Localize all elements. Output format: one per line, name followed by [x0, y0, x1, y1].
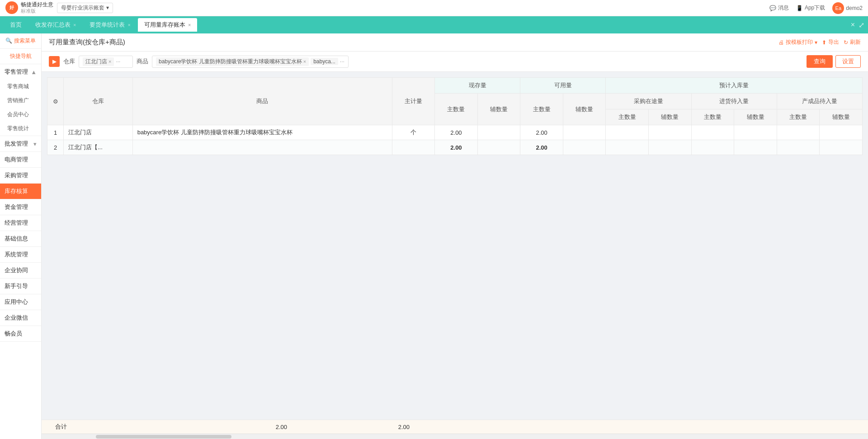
sidebar-section-purchase: 采购管理 [0, 168, 41, 184]
app-download-btn[interactable]: 📱 App下载 [796, 4, 825, 12]
warehouse-tag: 江北门店 × [83, 57, 114, 66]
row1-current-aux [477, 125, 520, 140]
sidebar-item-marketing[interactable]: 营销推广 [0, 94, 41, 108]
tab-receive-summary-close[interactable]: × [73, 22, 76, 28]
export-icon: ⬆ [822, 39, 826, 46]
sidebar-section-member-title[interactable]: 畅会员 [0, 326, 41, 341]
maximize-btn[interactable]: ⤢ [859, 21, 864, 29]
logo: 好 畅捷通好生意 标准版 [5, 1, 53, 14]
sidebar-section-purchase-title[interactable]: 采购管理 [0, 168, 41, 183]
tab-home-label: 首页 [10, 21, 22, 29]
sidebar-section-ecommerce: 电商管理 [0, 152, 41, 168]
tab-available-inventory-close[interactable]: × [188, 22, 191, 28]
th-available-main: 主数量 [520, 94, 563, 125]
close-all-tabs-btn[interactable]: × [851, 21, 855, 29]
top-bar-left: 好 畅捷通好生意 标准版 母婴行业演示账套 ▾ [5, 1, 113, 14]
warehouse-tag-remove[interactable]: × [108, 59, 111, 64]
table-row: 1 江北门店 babycare学饮杯 儿童防摔防撞吸管杯重力球吸嘴杯宝宝水杯 个… [47, 125, 863, 140]
footer-current-main: 2.00 [251, 424, 312, 430]
row2-current-aux [477, 140, 520, 155]
footer-available-main: 2.00 [373, 424, 435, 430]
row2-available-aux [563, 140, 606, 155]
refresh-icon: ↻ [844, 39, 848, 46]
row1-current-main: 2.00 [435, 125, 478, 140]
row2-pt-aux [649, 140, 692, 155]
sidebar-quick-nav-label: 快捷导航 [10, 53, 32, 59]
scroll-thumb[interactable] [96, 435, 231, 439]
th-production-pending: 产成品待入量 [777, 94, 862, 109]
scroll-bar[interactable] [42, 434, 868, 439]
table-footer: 合计 2.00 2.00 [42, 420, 868, 434]
sidebar-section-purchase-label: 采购管理 [5, 171, 28, 179]
message-label: 消息 [778, 4, 789, 12]
sidebar-item-retail-mall[interactable]: 零售商城 [0, 80, 41, 94]
row2-pp-aux [734, 140, 777, 155]
sidebar-section-finance-title[interactable]: 资金管理 [0, 199, 41, 215]
sidebar-section-newbie-title[interactable]: 新手引导 [0, 279, 41, 294]
filter-btn-group: 查询 设置 [807, 55, 861, 68]
setting-button[interactable]: 设置 [835, 55, 861, 68]
footer-label: 合计 [46, 423, 67, 431]
sidebar-section-operations-title[interactable]: 经营管理 [0, 215, 41, 231]
user-menu[interactable]: Ea demo2 [832, 2, 863, 14]
row2-prod-main [777, 140, 820, 155]
nav-tabs-right: × ⤢ [851, 21, 864, 29]
tab-home[interactable]: 首页 [4, 18, 28, 32]
app-download-label: App下载 [805, 4, 825, 12]
app-icon: 📱 [796, 5, 803, 11]
sidebar-section-app-center-title[interactable]: 应用中心 [0, 294, 41, 310]
sidebar-section-inventory-title[interactable]: 库存核算 [0, 184, 41, 199]
th-purchase-transit-main: 主数量 [606, 109, 649, 125]
sidebar: 🔍 搜索菜单 快捷导航 零售管理 ▲ 零售商城 营销推广 会员中心 零售统计 批… [0, 33, 42, 439]
sidebar-section-inventory-label: 库存核算 [5, 187, 28, 195]
row1-prod-main [777, 125, 820, 140]
tab-order-stats-label: 要货单统计表 [90, 21, 125, 29]
message-btn[interactable]: 💬 消息 [769, 4, 789, 12]
tab-order-stats[interactable]: 要货单统计表 × [83, 18, 137, 32]
filter-expand-btn[interactable]: ▶ [49, 56, 60, 67]
product-tag-value: babycare学饮杯 儿童防摔防撞吸管杯重力球吸嘴杯宝宝水杯 [159, 58, 302, 66]
tab-available-inventory[interactable]: 可用量库存账本 × [138, 18, 197, 32]
sidebar-section-system-title[interactable]: 系统管理 [0, 247, 41, 262]
row1-no: 1 [47, 125, 64, 140]
refresh-btn[interactable]: ↻ 刷新 [844, 38, 861, 46]
product-more-icon[interactable]: ··· [340, 58, 344, 65]
row1-available-aux [563, 125, 606, 140]
query-button[interactable]: 查询 [807, 55, 833, 68]
sidebar-section-basic-title[interactable]: 基础信息 [0, 231, 41, 246]
tab-receive-summary[interactable]: 收发存汇总表 × [29, 18, 82, 32]
sidebar-item-member-center[interactable]: 会员中心 [0, 108, 41, 122]
print-btn[interactable]: 🖨 按模板打印 ▾ [778, 38, 817, 46]
sidebar-section-wholesale-title[interactable]: 批发管理 ▾ [0, 136, 41, 151]
th-production-pending-main: 主数量 [777, 109, 820, 125]
page-actions: 🖨 按模板打印 ▾ ⬆ 导出 ↻ 刷新 [778, 38, 861, 46]
sidebar-section-wechat-title[interactable]: 企业微信 [0, 310, 41, 326]
warehouse-more-icon[interactable]: ··· [116, 58, 120, 65]
tab-order-stats-close[interactable]: × [127, 22, 130, 28]
content-area: 可用量查询(按仓库+商品) 🖨 按模板打印 ▾ ⬆ 导出 ↻ 刷新 [42, 33, 868, 439]
product-tag-remove[interactable]: × [303, 59, 306, 64]
org-selector[interactable]: 母婴行业演示账套 ▾ [57, 3, 113, 13]
warehouse-input[interactable]: 江北门店 × ··· [79, 56, 133, 68]
sidebar-search[interactable]: 🔍 搜索菜单 [0, 33, 41, 49]
sidebar-section-finance: 资金管理 [0, 199, 41, 215]
sidebar-section-basic-label: 基础信息 [5, 235, 28, 243]
th-purchase-transit-aux: 辅数量 [649, 109, 692, 125]
row2-pp-main [691, 140, 734, 155]
sidebar-quick-nav[interactable]: 快捷导航 [0, 49, 41, 64]
sidebar-section-enterprise-title[interactable]: 企业协同 [0, 263, 41, 278]
wholesale-expand-icon: ▾ [33, 141, 37, 147]
sidebar-section-ecommerce-title[interactable]: 电商管理 [0, 152, 41, 167]
th-production-pending-aux: 辅数量 [820, 109, 863, 125]
export-btn[interactable]: ⬆ 导出 [822, 38, 839, 46]
sidebar-item-retail-stats[interactable]: 零售统计 [0, 122, 41, 136]
top-bar: 好 畅捷通好生意 标准版 母婴行业演示账套 ▾ 💬 消息 📱 App下载 Ea … [0, 0, 868, 16]
product-input[interactable]: babycare学饮杯 儿童防摔防撞吸管杯重力球吸嘴杯宝宝水杯 × babyca… [152, 56, 349, 68]
warehouse-label: 仓库 [63, 57, 75, 66]
nav-tabs: 首页 收发存汇总表 × 要货单统计表 × 可用量库存账本 × × ⤢ [0, 16, 868, 33]
filter-bar: ▶ 仓库 江北门店 × ··· 商品 babycare学饮杯 儿童防摔防撞吸管杯… [42, 52, 868, 72]
sidebar-section-retail-title[interactable]: 零售管理 ▲ [0, 64, 41, 80]
tab-receive-summary-label: 收发存汇总表 [35, 21, 71, 29]
th-gear[interactable]: ⚙ [47, 78, 64, 125]
th-current-aux: 辅数量 [477, 94, 520, 125]
